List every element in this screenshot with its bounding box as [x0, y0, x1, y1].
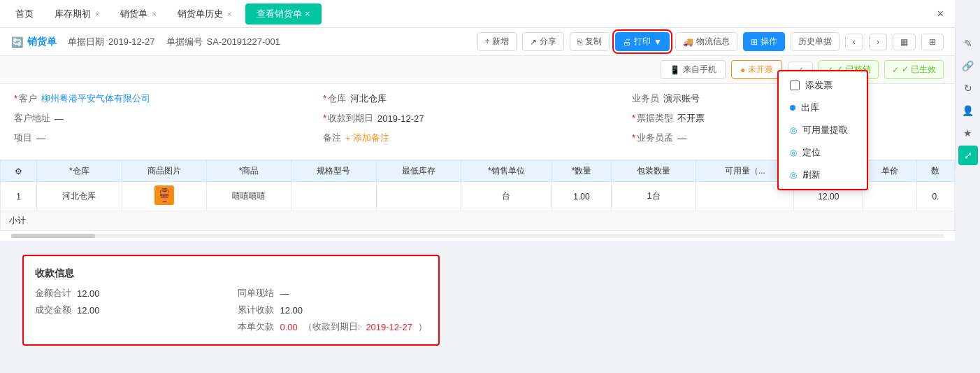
grid1-button[interactable]: ▦	[893, 34, 916, 50]
doc-title-icon: 🔄	[11, 36, 23, 48]
cell-min-stock	[376, 182, 461, 211]
close-tab-sales[interactable]: ×	[152, 10, 156, 18]
global-close-button[interactable]: ×	[932, 5, 949, 23]
operations-icon: ⊞	[751, 37, 758, 47]
tab-sales-history[interactable]: 销货单历史 ×	[168, 2, 241, 26]
scroll-thumb	[11, 234, 95, 238]
plus-icon: +	[345, 133, 351, 143]
sidebar-edit-icon[interactable]: ✎	[958, 34, 978, 53]
sidebar-expand-icon[interactable]: ⤢	[958, 146, 978, 165]
right-sidebar: ✎ 🔗 ↻ 👤 ★ ⤢	[955, 28, 980, 171]
customer-value[interactable]: 柳州粤港平安气体有限公司	[41, 92, 150, 105]
address-field: 客户地址 —	[14, 112, 323, 125]
cell-pack-qty: 1台	[612, 182, 696, 211]
warehouse-label: 仓库	[323, 92, 346, 105]
prev-button[interactable]: ‹	[845, 34, 863, 50]
from-phone-button[interactable]: 📱 来自手机	[661, 60, 726, 79]
tab-view-sales[interactable]: 查看销货单 ×	[245, 3, 321, 24]
operations-button[interactable]: ⊞ 操作	[743, 32, 785, 51]
customer-field: 客户 柳州粤港平安气体有限公司	[14, 92, 323, 105]
available-circle-icon: ◎	[790, 125, 797, 135]
menu-item-refresh[interactable]: ◎ 刷新	[779, 164, 867, 186]
add-remark-button[interactable]: + 添加备注	[345, 132, 389, 144]
col-image: 商品图片	[122, 161, 206, 182]
project-field: 项目 —	[14, 132, 323, 144]
col-price: 单价	[863, 161, 917, 182]
close-tab-inventory[interactable]: ×	[95, 10, 99, 18]
project-label: 项目	[14, 132, 32, 144]
warehouse-value: 河北仓库	[350, 92, 387, 105]
menu-item-available[interactable]: ◎ 可用量提取	[779, 119, 867, 141]
history-button[interactable]: 历史单据	[791, 32, 840, 51]
invoice-menu-icon	[790, 80, 800, 90]
number-label: 单据编号	[166, 36, 203, 48]
menu-item-outbound[interactable]: 出库	[779, 97, 867, 119]
date-value: 2019-12-27	[108, 36, 155, 47]
logistics-button[interactable]: 🚚 物流信息	[675, 32, 737, 51]
total-amount-value: 12.00	[77, 288, 100, 299]
staff2-value: —	[677, 133, 686, 143]
invoice-icon: ●	[740, 65, 745, 75]
cell-unit: 台	[461, 182, 552, 211]
tab-bar: 首页 库存期初 × 销货单 × 销货单历史 × 查看销货单 × ×	[0, 0, 955, 28]
sidebar-user-icon[interactable]: 👤	[958, 101, 978, 120]
payment-overdue-row: 本单欠款 0.00 （收款到期日: 2019-12-27 ）	[238, 321, 426, 333]
operations-dropdown: 添发票 出库 ◎ 可用量提取 ◎ 定位 ◎ 刷新	[777, 70, 868, 190]
new-button[interactable]: + 新增	[477, 32, 517, 51]
tab-sales-order[interactable]: 销货单 ×	[110, 2, 166, 26]
number-value: SA-20191227-001	[207, 36, 281, 47]
cumulative-label: 累计收款	[238, 304, 274, 316]
payment-settlement-row: 同单现结 —	[238, 287, 426, 300]
copy-button[interactable]: ⎘ 复制	[570, 32, 610, 51]
outbound-dot-icon	[790, 105, 795, 111]
locate-circle-icon: ◎	[790, 148, 797, 157]
sidebar-link-icon[interactable]: 🔗	[958, 56, 978, 76]
warehouse-field: 仓库 河北仓库	[323, 92, 632, 105]
scroll-hint[interactable]	[11, 234, 944, 238]
subtotal-label: 小计	[1, 211, 955, 231]
address-value: —	[55, 113, 64, 124]
sidebar-refresh-icon[interactable]: ↻	[958, 78, 978, 98]
doc-title: 🔄 销货单	[11, 36, 57, 48]
transaction-value: 12.00	[77, 305, 100, 316]
phone-icon: 📱	[670, 65, 680, 75]
gear-icon[interactable]: ⚙	[15, 167, 22, 176]
sidebar-star-icon[interactable]: ★	[958, 123, 978, 143]
close-tab-history[interactable]: ×	[227, 10, 231, 18]
due-date-label: 收款到期日	[323, 112, 373, 125]
next-button[interactable]: ›	[869, 34, 887, 50]
payment-transaction-row: 成交金额 12.00	[35, 304, 224, 316]
payment-area: 收款信息 金额合计 12.00 同单现结 — 成交金额 12.00 累计收款 1…	[0, 241, 955, 360]
overdue-date: 2019-12-27	[366, 322, 412, 332]
col-min-stock: 最低库存	[376, 161, 461, 182]
cell-image	[122, 182, 206, 211]
transaction-label: 成交金额	[35, 304, 71, 316]
cell-warehouse: 河北仓库	[37, 182, 122, 211]
payment-total-row: 金额合计 12.00	[35, 287, 224, 300]
address-label: 客户地址	[14, 112, 50, 125]
customer-label: 客户	[14, 92, 37, 105]
overdue-value: 0.00	[280, 322, 297, 332]
menu-item-invoice[interactable]: 添发票	[779, 74, 867, 97]
cell-product: 嘻嘻嘻嘻	[206, 182, 291, 211]
col-pack-qty: 包装数量	[612, 161, 696, 182]
remark-label: 备注	[323, 132, 341, 144]
menu-item-locate[interactable]: ◎ 定位	[779, 141, 867, 164]
product-image	[154, 185, 174, 205]
col-spec: 规格型号	[291, 161, 376, 182]
doc-date-meta: 单据日期 2019-12-27	[68, 36, 155, 48]
print-button[interactable]: 🖨 打印 ▼	[615, 32, 670, 51]
copy-icon: ⎘	[577, 37, 582, 47]
tab-inventory-init[interactable]: 库存期初 ×	[45, 2, 109, 26]
not-open-button[interactable]: ● 未开票	[731, 60, 782, 79]
share-button[interactable]: ↗ 分享	[522, 32, 564, 51]
total-amount-label: 金额合计	[35, 287, 71, 300]
due-date-field: 收款到期日 2019-12-27	[323, 112, 632, 125]
grid2-button[interactable]: ⊞	[921, 34, 944, 50]
tab-home[interactable]: 首页	[6, 2, 43, 26]
check-effect-icon: ✓	[892, 65, 899, 75]
doc-header: 🔄 销货单 单据日期 2019-12-27 单据编号 SA-20191227-0…	[0, 28, 955, 56]
close-tab-view[interactable]: ×	[305, 8, 310, 19]
project-value: —	[36, 133, 45, 143]
doc-title-text: 销货单	[27, 36, 57, 48]
